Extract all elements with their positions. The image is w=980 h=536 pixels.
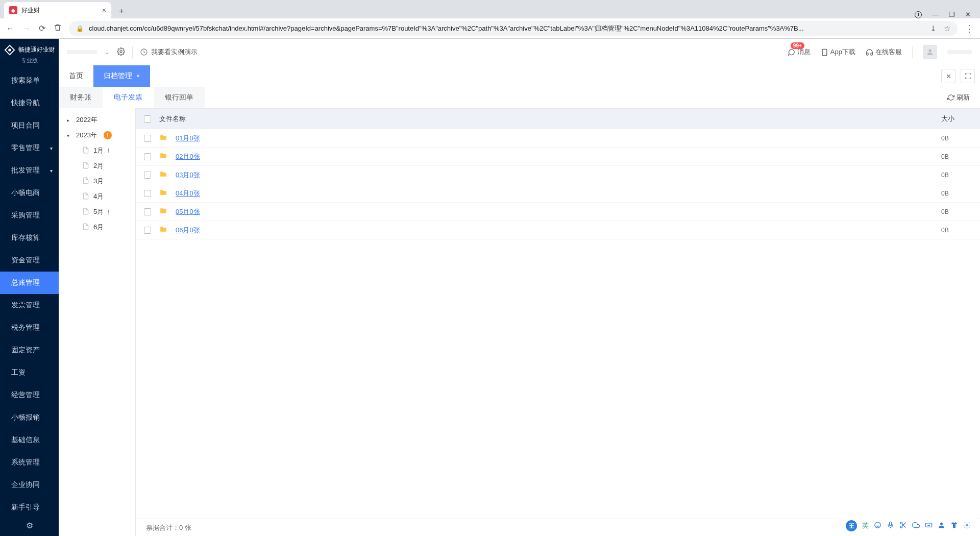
ime-keyboard-icon[interactable] <box>925 521 933 530</box>
sidebar-item-label: 系统管理 <box>11 458 40 467</box>
row-checkbox[interactable] <box>144 135 151 142</box>
user-name[interactable] <box>947 50 972 54</box>
tab-close-icon[interactable]: × <box>136 72 140 80</box>
row-checkbox[interactable] <box>144 153 151 160</box>
file-name-link[interactable]: 04月0张 <box>176 189 200 198</box>
browser-menu-icon[interactable]: ⋮ <box>965 23 974 34</box>
row-checkbox[interactable] <box>144 190 151 197</box>
tab-close-icon[interactable]: × <box>102 6 106 14</box>
sidebar-item[interactable]: 批发管理▾ <box>0 159 59 182</box>
minimize-icon[interactable]: — <box>932 11 939 18</box>
file-name-link[interactable]: 03月0张 <box>176 170 200 180</box>
messages-button[interactable]: 99+ 消息 <box>788 47 811 57</box>
ime-person-icon[interactable] <box>938 521 945 530</box>
account-icon[interactable] <box>915 11 922 18</box>
sidebar-item-label: 基础信息 <box>11 435 40 445</box>
ime-cloud-icon[interactable] <box>912 521 920 530</box>
url-bar[interactable]: 🔒 cloud.chanjet.com/cc/u6d89qwnryel/57bf… <box>69 21 958 36</box>
sidebar-item[interactable]: 系统管理 <box>0 451 59 474</box>
install-app-icon[interactable]: ⤓ <box>930 24 937 33</box>
ime-settings-icon[interactable] <box>963 521 971 530</box>
gear-icon[interactable]: ⚙ <box>26 521 33 530</box>
tree-month-node[interactable]: 4月 <box>59 189 135 204</box>
select-all-checkbox[interactable] <box>144 115 151 123</box>
tab-home[interactable]: 首页 <box>59 65 93 87</box>
refresh-button[interactable]: 刷新 <box>947 93 970 102</box>
sidebar-item[interactable]: 项目合同 <box>0 114 59 137</box>
file-name-link[interactable]: 02月0张 <box>176 152 200 161</box>
tree-year-node[interactable]: ▸2022年 <box>59 112 135 128</box>
sidebar-item[interactable]: 资金管理 <box>0 249 59 272</box>
settings-icon[interactable] <box>117 47 125 57</box>
service-button[interactable]: 在线客服 <box>866 47 902 57</box>
tree-year-node[interactable]: ▾2023年! <box>59 128 135 143</box>
messages-badge: 99+ <box>791 42 804 49</box>
reload-icon[interactable]: ⟳ <box>39 23 45 33</box>
sidebar-item-label: 小畅电商 <box>11 188 40 198</box>
sidebar-item[interactable]: 快捷导航 <box>0 92 59 114</box>
sidebar-item[interactable]: 采购管理 <box>0 204 59 227</box>
sidebar-item-label: 快捷导航 <box>11 99 40 108</box>
maximize-icon[interactable]: ❐ <box>949 11 955 18</box>
sidebar-item-label: 零售管理 <box>11 143 40 153</box>
sidebar-item[interactable]: 基础信息 <box>0 429 59 451</box>
sidebar-item[interactable]: 小畅报销 <box>0 406 59 429</box>
folder-icon <box>159 170 167 179</box>
chevron-down-icon[interactable]: ⌄ <box>105 48 110 56</box>
file-name-link[interactable]: 06月0张 <box>176 226 200 235</box>
browser-tab-active[interactable]: ◆ 好业财 × <box>4 2 111 18</box>
tree-month-node[interactable]: 1月! <box>59 143 135 158</box>
sidebar-item[interactable]: 经营管理 <box>0 384 59 406</box>
sidebar-item[interactable]: 工资 <box>0 361 59 384</box>
bookmark-icon[interactable]: ☆ <box>944 24 950 33</box>
ime-lang[interactable]: 英 <box>862 521 869 530</box>
sidebar-item[interactable]: 总账管理 <box>0 272 59 294</box>
ime-emoji-icon[interactable] <box>874 521 881 530</box>
ime-mic-icon[interactable] <box>887 521 894 530</box>
fullscreen-button[interactable]: ⛶ <box>961 69 975 83</box>
sidebar-item[interactable]: 发票管理 <box>0 294 59 316</box>
sub-tab[interactable]: 财务账 <box>59 87 103 108</box>
forward-icon[interactable]: → <box>22 24 31 33</box>
org-selector[interactable] <box>67 50 97 54</box>
tree-month-node[interactable]: 6月 <box>59 220 135 235</box>
app-download-button[interactable]: App下载 <box>821 47 855 57</box>
tree-month-label: 5月 <box>93 207 104 216</box>
row-checkbox[interactable] <box>144 172 151 179</box>
new-tab-button[interactable]: + <box>114 4 129 18</box>
demo-link[interactable]: 我要看实例演示 <box>140 47 198 57</box>
avatar[interactable] <box>923 45 937 59</box>
sidebar-item[interactable]: 搜索菜单 <box>0 69 59 92</box>
sub-tab[interactable]: 电子发票 <box>103 87 154 108</box>
sidebar-item[interactable]: 新手引导 <box>0 496 59 515</box>
sidebar-item[interactable]: 小畅电商 <box>0 182 59 204</box>
window-controls: — ❐ ✕ <box>915 11 980 18</box>
close-all-tabs-button[interactable]: ✕ <box>941 69 955 83</box>
row-checkbox[interactable] <box>144 208 151 215</box>
tab-archive[interactable]: 归档管理 × <box>93 65 150 87</box>
tab-title: 好业财 <box>21 6 98 15</box>
file-name-link[interactable]: 01月0张 <box>176 134 200 143</box>
table-row: 04月0张 0B <box>136 184 980 203</box>
sidebar-item-label: 税务管理 <box>11 323 40 332</box>
back-icon[interactable]: ← <box>6 24 14 33</box>
sidebar-item[interactable]: 库存核算 <box>0 227 59 249</box>
sidebar-item[interactable]: 税务管理 <box>0 316 59 339</box>
tree-month-node[interactable]: 3月 <box>59 174 135 189</box>
row-checkbox[interactable] <box>144 227 151 234</box>
ime-scissors-icon[interactable] <box>899 521 907 530</box>
tree-month-node[interactable]: 5月! <box>59 204 135 220</box>
svg-rect-12 <box>925 523 932 527</box>
table-row: 06月0张 0B <box>136 221 980 239</box>
sub-tab[interactable]: 银行回单 <box>154 87 205 108</box>
sidebar-item[interactable]: 企业协同 <box>0 474 59 496</box>
svg-rect-7 <box>890 522 892 526</box>
sidebar-item[interactable]: 零售管理▾ <box>0 137 59 159</box>
ime-shirt-icon[interactable] <box>950 521 958 530</box>
tree-month-node[interactable]: 2月 <box>59 158 135 174</box>
file-name-link[interactable]: 05月0张 <box>176 207 200 216</box>
ime-brand-icon[interactable]: 王 <box>846 520 857 531</box>
close-window-icon[interactable]: ✕ <box>965 11 971 18</box>
sidebar-item[interactable]: 固定资产 <box>0 339 59 361</box>
trash-icon[interactable] <box>54 23 62 34</box>
